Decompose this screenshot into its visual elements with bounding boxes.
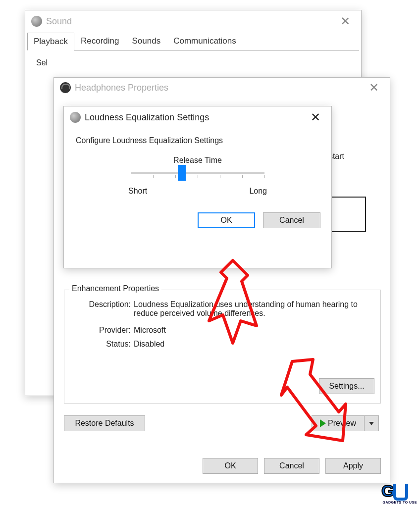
- provider-label: Provider:: [71, 326, 131, 335]
- tab-sounds[interactable]: Sounds: [125, 32, 167, 50]
- sound-body-text: Sel: [36, 58, 254, 67]
- cancel-button[interactable]: Cancel: [264, 458, 319, 474]
- cancel-button[interactable]: Cancel: [263, 212, 320, 228]
- headphones-icon: [60, 82, 71, 93]
- slider-track: [131, 172, 264, 174]
- speaker-icon: [70, 112, 81, 123]
- release-time-label: Release Time: [76, 156, 319, 165]
- headphones-titlebar: Headphones Properties ✕: [54, 78, 390, 98]
- loudness-title: Loudness Equalization Settings: [85, 112, 209, 123]
- tab-communications[interactable]: Communications: [167, 32, 243, 50]
- watermark-logo: G GADGETS TO USE: [381, 481, 417, 504]
- ok-button[interactable]: OK: [203, 458, 258, 474]
- logo-u-icon: [393, 484, 408, 501]
- preview-button[interactable]: Preview: [312, 415, 365, 431]
- description-label: Description:: [71, 300, 131, 318]
- headphones-title: Headphones Properties: [75, 83, 168, 93]
- tab-recording[interactable]: Recording: [74, 32, 126, 50]
- loudness-body: Configure Loudness Equalization Settings…: [64, 128, 331, 203]
- group-legend: Enhancement Properties: [69, 284, 161, 293]
- close-icon[interactable]: ✕: [364, 82, 384, 94]
- dialog-buttons: OK Cancel Apply: [203, 458, 381, 474]
- sound-tab-body: Sel: [25, 51, 361, 75]
- enhancement-properties-group: Enhancement Properties Description: Loud…: [64, 290, 381, 404]
- release-time-slider[interactable]: Short Long: [76, 172, 319, 196]
- close-icon[interactable]: ✕: [335, 15, 355, 27]
- preview-dropdown-button[interactable]: [364, 415, 379, 431]
- sound-titlebar: Sound ✕: [25, 10, 361, 32]
- loudness-titlebar: Loudness Equalization Settings ✕: [64, 106, 331, 128]
- play-icon: [320, 419, 326, 427]
- ok-button[interactable]: OK: [198, 212, 255, 228]
- restore-defaults-button[interactable]: Restore Defaults: [64, 415, 145, 431]
- preview-split-button: Preview: [312, 415, 379, 431]
- status-value: Disabled: [134, 340, 164, 349]
- provider-value: Microsoft: [134, 326, 166, 335]
- loudness-equalization-dialog: Loudness Equalization Settings ✕ Configu…: [63, 106, 332, 268]
- chevron-down-icon: [369, 422, 374, 425]
- description-value: Loudness Equalization uses understanding…: [134, 300, 373, 318]
- apply-button[interactable]: Apply: [325, 458, 381, 474]
- loudness-subtitle: Configure Loudness Equalization Settings: [76, 136, 319, 145]
- tab-playback[interactable]: Playback: [27, 33, 74, 51]
- settings-button[interactable]: Settings...: [319, 378, 374, 394]
- preview-label: Preview: [328, 419, 356, 428]
- loudness-dialog-buttons: OK Cancel: [64, 203, 331, 237]
- long-label: Long: [249, 187, 267, 196]
- slider-thumb[interactable]: [178, 165, 186, 181]
- speaker-icon: [31, 16, 42, 27]
- sound-tabs: Playback Recording Sounds Communications: [27, 32, 359, 51]
- logo-g-icon: G: [381, 481, 394, 501]
- short-label: Short: [128, 187, 147, 196]
- status-label: Status:: [71, 340, 131, 349]
- close-icon[interactable]: ✕: [306, 111, 325, 123]
- watermark-text: GADGETS TO USE: [381, 501, 417, 504]
- sound-title: Sound: [46, 16, 72, 27]
